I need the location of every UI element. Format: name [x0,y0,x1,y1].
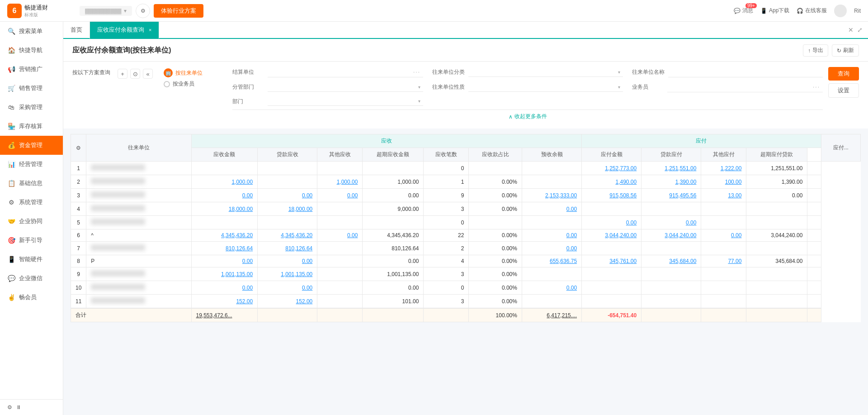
total-ap-overdue [746,308,807,322]
top-bar: 6 畅捷通财 标准版 ▓▓▓▓▓▓▓▓▓▓ ▾ ⚙ 体验行业方案 💬 消息 99… [0,0,868,22]
total-ar-prepay[interactable]: 6,417,215.... [522,308,581,322]
sidebar-item-guide[interactable]: 🎯 新手引导 [0,231,63,250]
avatar[interactable] [834,5,847,17]
messages-btn[interactable]: 💬 消息 99+ [734,7,753,14]
filter-nav-by-unit[interactable]: 🏢 按往来单位 [164,67,218,79]
radio-by-unit-icon: 🏢 [164,68,173,77]
sidebar-item-member[interactable]: ✌ 畅会员 [0,288,63,307]
table-row: 11152.00152.00101.0030.00% [71,295,861,309]
app-download-btn[interactable]: 📱 App下载 [760,7,789,14]
total-ap-other [701,308,746,322]
purchase-icon: 🛍 [7,104,15,111]
sidebar-item-marketing[interactable]: 📢 营销推广 [0,60,63,79]
logo-area: 6 畅捷通财 标准版 [7,4,71,18]
filter-nav-by-staff-label: 按业务员 [173,80,194,88]
refresh-button[interactable]: ↻ 刷新 [832,44,859,57]
table-col-ap-extra: 应付... [821,134,860,162]
page-title-row: 应收应付余额查询(按往来单位) ↑ 导出 ↻ 刷新 [72,44,859,57]
table-footer: 合计 19,553,472.6... 100.00% 6,417,215....… [71,308,861,322]
chevron-nature-icon: ▾ [618,85,620,90]
th-ar-overdue: 超期应收金额 [363,148,424,162]
sidebar-item-finance[interactable]: 💰 资金管理 [0,136,63,155]
sidebar-label-member: 畅会员 [19,293,37,301]
table-settings-col[interactable]: ⚙ [71,134,86,162]
query-button[interactable]: 查询 [828,67,859,81]
filter-input-wanglai-nature[interactable]: ▾ [468,83,623,92]
settings-bottom-icon[interactable]: ⚙ [7,404,12,410]
sidebar-label-base-info: 基础信息 [19,179,42,187]
top-bar-center: ▓▓▓▓▓▓▓▓▓▓ ▾ ⚙ 体验行业方案 [71,4,734,18]
filter-area: 按以下方案查询 + ⊙ « 🏢 按往来单位 按业务员 [63,62,868,129]
sidebar-item-quick-nav[interactable]: 🏠 快捷导航 [0,41,63,60]
tab-home[interactable]: 首页 [63,21,90,38]
filter-field-fenguan: 分管部门 ▾ [232,82,423,92]
jiesuan-ellipsis: ··· [413,69,420,75]
table-row: 6^4,345,436.204,345,436.200.004,345,436.… [71,229,861,242]
table-row: 500.000.00 [71,216,861,229]
filter-input-wanglai-cat[interactable]: ▾ [468,68,623,77]
sidebar-item-purchase[interactable]: 🛍 采购管理 [0,98,63,117]
filter-input-fenguan[interactable]: ▾ [268,83,423,92]
table-row: 91,001,135.001,001,135.001,001,135.0030.… [71,267,861,281]
filter-settings-btn[interactable]: ⊙ [130,69,140,79]
close-window-icon[interactable]: ✕ [848,26,854,33]
messages-badge: 99+ [745,3,757,8]
filter-section-label: 按以下方案查询 [72,69,110,76]
collapse-icon[interactable]: ⏸ [16,404,21,410]
settings-query-button[interactable]: 设置 [828,83,859,98]
sidebar-label-finance: 资金管理 [19,141,42,149]
online-service-btn[interactable]: 🎧 在线客服 [797,7,827,14]
sidebar-item-sales[interactable]: 🛒 销售管理 [0,79,63,98]
tab-close-icon[interactable]: × [149,27,151,33]
tab-ar-ap-label: 应收应付余额查询 [97,26,144,34]
sidebar-label-system: 系统管理 [19,198,42,206]
collapse-more-btn[interactable]: ∧ 收起更多条件 [232,110,823,123]
sidebar-item-base-info[interactable]: 📋 基础信息 [0,174,63,193]
sidebar-item-operations[interactable]: 📊 经营管理 [0,155,63,174]
filter-input-wanglai-name[interactable] [668,67,823,77]
table-col-ap-group: 应付 [582,134,821,148]
filter-input-jiesuan[interactable]: ··· [268,67,423,77]
filter-field-salesman: 业务员 ··· [632,82,823,92]
filter-add-btn[interactable]: + [118,69,127,79]
filter-field-jiesuan: 结算单位 ··· [232,67,423,77]
filter-label-fenguan: 分管部门 [232,83,264,91]
user-label: Rit [854,8,861,14]
sidebar-label-smart-hw: 智能硬件 [19,255,42,263]
total-ap-amount: -654,751.40 [582,308,642,322]
sidebar-item-system[interactable]: ⚙ 系统管理 [0,193,63,212]
th-ar-loan: 贷款应收 [258,148,317,162]
table-row: 418,000.0018,000.009,000.0030.00%0.00 [71,202,861,216]
settings-icon[interactable]: ⚙ [136,4,150,18]
table-area: ⚙ 往来单位 应收 应付 应付... 应收金额 贷款应收 其他应收 超期应收金额… [63,129,868,415]
total-ar-amount[interactable]: 19,553,472.6... [191,308,258,322]
sidebar-item-smart-hw[interactable]: 📱 智能硬件 [0,250,63,269]
filter-input-dept[interactable]: ▾ [268,97,423,106]
sidebar-item-inventory[interactable]: 🏪 库存核算 [0,117,63,136]
filter-nav-by-staff[interactable]: 按业务员 [164,79,218,89]
filter-collapse-btn[interactable]: « [143,69,153,79]
sidebar-item-wechat[interactable]: 💬 企业微信 [0,269,63,288]
page-header: 应收应付余额查询(按往来单位) ↑ 导出 ↻ 刷新 [63,39,868,62]
maximize-window-icon[interactable]: ⤢ [857,26,863,33]
page-actions: ↑ 导出 ↻ 刷新 [803,44,859,57]
logo-name: 畅捷通财 [24,4,48,12]
table-row: 100.000.000.0000.00%0.00 [71,281,861,295]
page-content: 应收应付余额查询(按往来单位) ↑ 导出 ↻ 刷新 按以下方案查 [63,39,868,415]
tab-ar-ap[interactable]: 应收应付余额查询 × [90,21,159,38]
sidebar-item-enterprise[interactable]: 🤝 企业协同 [0,212,63,231]
sidebar-item-search-menu[interactable]: 🔍 搜索菜单 [0,22,63,41]
export-button[interactable]: ↑ 导出 [803,44,828,57]
address-text: ▓▓▓▓▓▓▓▓▓▓ [85,8,121,14]
address-bar[interactable]: ▓▓▓▓▓▓▓▓▓▓ ▾ [80,6,132,16]
export-icon: ↑ [808,48,811,54]
filter-label-salesman: 业务员 [632,83,664,91]
table-row: 7810,126.64810,126.64810,126.6420.00%0.0… [71,242,861,255]
filter-input-salesman[interactable]: ··· [667,82,823,92]
search-icon: 🔍 [7,28,15,35]
filter-field-wanglai-nature: 往来单位性质 ▾ [432,82,623,92]
total-ap-col [807,308,821,322]
industry-solution-button[interactable]: 体验行业方案 [154,4,203,18]
refresh-label: 刷新 [843,47,854,54]
chevron-up-icon: ∧ [509,114,513,120]
